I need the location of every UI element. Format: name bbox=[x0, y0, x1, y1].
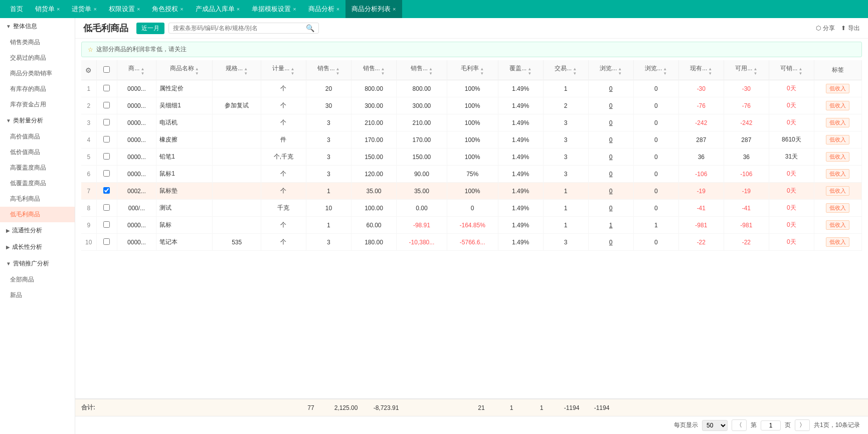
nav-item-analysis-list[interactable]: 商品分析列表 × bbox=[345, 0, 402, 18]
col-salable[interactable]: 可销...▲▼ bbox=[769, 60, 814, 80]
col-current[interactable]: 现有...▲▼ bbox=[678, 60, 724, 80]
col-sales-profit[interactable]: 销售...▲▼ bbox=[397, 60, 447, 80]
export-button[interactable]: ⬆ 导出 bbox=[841, 24, 860, 33]
settings-icon[interactable]: ⚙ bbox=[85, 66, 92, 74]
sidebar-section-marketing[interactable]: ▼ 营销推广分析 bbox=[0, 255, 75, 272]
col-trade[interactable]: 交易...▲▼ bbox=[543, 60, 588, 80]
row-checkbox[interactable] bbox=[96, 217, 117, 234]
next-page-button[interactable]: 〉 bbox=[795, 419, 810, 431]
row-name[interactable]: 铅笔1 bbox=[156, 149, 213, 166]
row-select-checkbox[interactable] bbox=[103, 102, 110, 108]
row-view1[interactable]: 0 bbox=[588, 166, 633, 183]
row-select-checkbox[interactable] bbox=[103, 119, 110, 125]
close-products-icon[interactable]: × bbox=[237, 6, 240, 12]
prev-page-button[interactable]: 〈 bbox=[732, 419, 747, 431]
row-view1[interactable]: 0 bbox=[588, 149, 633, 166]
row-name[interactable]: 鼠标 bbox=[156, 217, 213, 234]
sidebar-item-low-value[interactable]: 低价值商品 bbox=[0, 144, 75, 160]
row-select-checkbox[interactable] bbox=[103, 187, 110, 194]
sidebar-item-in-stock[interactable]: 有库存的商品 bbox=[0, 81, 75, 97]
row-name[interactable]: 笔记本 bbox=[156, 234, 213, 251]
row-checkbox[interactable] bbox=[96, 131, 117, 149]
col-sales-price[interactable]: 销售...▲▼ bbox=[351, 60, 396, 80]
close-analysis-list-icon[interactable]: × bbox=[393, 6, 396, 12]
row-select-checkbox[interactable] bbox=[103, 238, 110, 245]
search-icon[interactable]: 🔍 bbox=[306, 24, 314, 32]
row-view1[interactable]: 0 bbox=[588, 131, 633, 149]
row-checkbox[interactable] bbox=[96, 149, 117, 166]
row-name[interactable]: 鼠标1 bbox=[156, 166, 213, 183]
sidebar-item-high-margin[interactable]: 高毛利商品 bbox=[0, 191, 75, 207]
nav-item-purchase[interactable]: 进货单 × bbox=[66, 0, 102, 18]
sidebar-item-traded-products[interactable]: 交易过的商品 bbox=[0, 50, 75, 66]
row-name[interactable]: 吴细细1 bbox=[156, 97, 213, 114]
sidebar-section-growth[interactable]: ▶ 成长性分析 bbox=[0, 239, 75, 255]
sidebar-item-high-value[interactable]: 高价值商品 bbox=[0, 129, 75, 144]
row-checkbox[interactable] bbox=[96, 234, 117, 251]
nav-item-products[interactable]: 产成品入库单 × bbox=[190, 0, 246, 18]
row-name[interactable]: 鼠标垫 bbox=[156, 183, 213, 200]
row-view1[interactable]: 0 bbox=[588, 183, 633, 200]
row-checkbox[interactable] bbox=[96, 97, 117, 114]
close-product-analysis-icon[interactable]: × bbox=[336, 6, 339, 12]
row-checkbox[interactable] bbox=[96, 166, 117, 183]
row-name[interactable]: 电话机 bbox=[156, 114, 213, 131]
page-number-input[interactable] bbox=[761, 420, 781, 430]
row-view1[interactable]: 0 bbox=[588, 234, 633, 251]
col-gross-rate[interactable]: 毛利率▲▼ bbox=[447, 60, 498, 80]
close-sales-icon[interactable]: × bbox=[57, 6, 60, 12]
nav-item-templates[interactable]: 单据模板设置 × bbox=[246, 0, 302, 18]
row-checkbox[interactable] bbox=[96, 80, 117, 97]
row-select-checkbox[interactable] bbox=[103, 85, 110, 91]
share-button[interactable]: ⬡ 分享 bbox=[816, 24, 835, 33]
col-unit[interactable]: 计量...▲▼ bbox=[261, 60, 306, 80]
row-checkbox[interactable] bbox=[96, 183, 117, 200]
row-select-checkbox[interactable] bbox=[103, 221, 110, 228]
col-code[interactable]: 商...▲▼ bbox=[117, 60, 156, 80]
close-purchase-icon[interactable]: × bbox=[93, 6, 96, 12]
nav-item-sales[interactable]: 销货单 × bbox=[29, 0, 66, 18]
row-view1[interactable]: 0 bbox=[588, 114, 633, 131]
sidebar-item-high-coverage[interactable]: 高覆盖度商品 bbox=[0, 160, 75, 176]
col-view2[interactable]: 浏览...▲▼ bbox=[633, 60, 678, 80]
col-name[interactable]: 商品名称▲▼ bbox=[156, 60, 213, 80]
nav-item-roles[interactable]: 角色授权 × bbox=[146, 0, 189, 18]
nav-item-permissions[interactable]: 权限设置 × bbox=[103, 0, 146, 18]
sidebar-item-new-products[interactable]: 新品 bbox=[0, 287, 75, 303]
col-settings[interactable]: ⚙ bbox=[81, 60, 96, 80]
row-view1[interactable]: 0 bbox=[588, 97, 633, 114]
close-roles-icon[interactable]: × bbox=[180, 6, 183, 12]
row-name[interactable]: 属性定价 bbox=[156, 80, 213, 97]
row-select-checkbox[interactable] bbox=[103, 153, 110, 160]
sidebar-item-capital[interactable]: 库存资金占用 bbox=[0, 97, 75, 112]
sidebar-item-category-rate[interactable]: 商品分类助销率 bbox=[0, 66, 75, 81]
search-input[interactable] bbox=[173, 25, 306, 32]
col-spec[interactable]: 规格...▲▼ bbox=[213, 60, 261, 80]
row-checkbox[interactable] bbox=[96, 114, 117, 131]
row-select-checkbox[interactable] bbox=[103, 170, 110, 177]
col-view1[interactable]: 浏览...▲▼ bbox=[588, 60, 633, 80]
nav-item-product-analysis[interactable]: 商品分析 × bbox=[302, 0, 345, 18]
row-checkbox[interactable] bbox=[96, 200, 117, 217]
sidebar-section-general[interactable]: ▼ 整体信息 bbox=[0, 18, 75, 35]
row-view1[interactable]: 0 bbox=[588, 80, 633, 97]
sidebar-item-low-margin[interactable]: 低毛利商品 bbox=[0, 207, 75, 222]
sidebar-item-all-products[interactable]: 全部商品 bbox=[0, 272, 75, 287]
col-coverage[interactable]: 覆盖...▲▼ bbox=[498, 60, 543, 80]
row-view1[interactable]: 0 bbox=[588, 200, 633, 217]
select-all-checkbox[interactable] bbox=[103, 66, 110, 73]
sidebar-section-circulation[interactable]: ▶ 流通性分析 bbox=[0, 222, 75, 239]
row-name[interactable]: 测试 bbox=[156, 200, 213, 217]
row-view1[interactable]: 1 bbox=[588, 217, 633, 234]
sidebar-item-low-coverage[interactable]: 低覆盖度商品 bbox=[0, 176, 75, 191]
sidebar-item-sales-products[interactable]: 销售类商品 bbox=[0, 35, 75, 50]
close-templates-icon[interactable]: × bbox=[293, 6, 296, 12]
row-select-checkbox[interactable] bbox=[103, 204, 110, 211]
col-usable[interactable]: 可用...▲▼ bbox=[724, 60, 769, 80]
row-select-checkbox[interactable] bbox=[103, 136, 110, 142]
nav-item-home[interactable]: 首页 bbox=[4, 0, 29, 18]
close-permissions-icon[interactable]: × bbox=[137, 6, 140, 12]
sidebar-section-analysis[interactable]: ▼ 类射量分析 bbox=[0, 112, 75, 129]
col-sales-qty[interactable]: 销售...▲▼ bbox=[306, 60, 351, 80]
page-size-select[interactable]: 50 100 200 bbox=[702, 420, 728, 431]
